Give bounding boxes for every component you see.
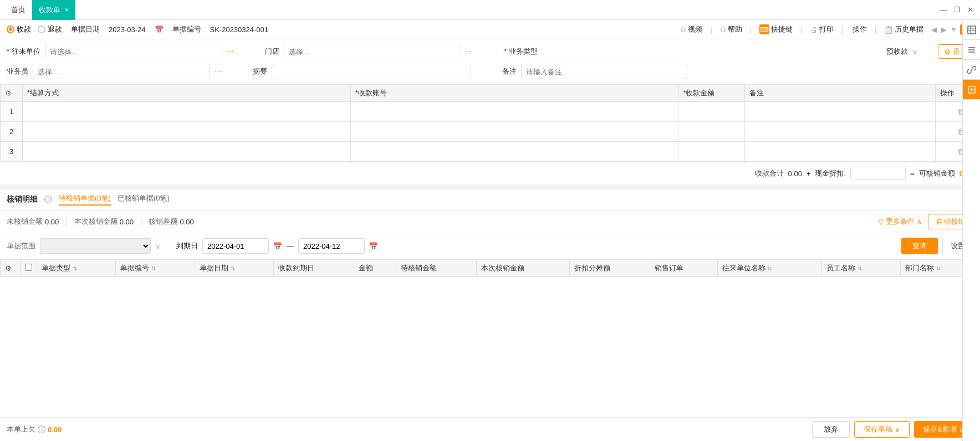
video-icon: ⊙ <box>680 25 686 34</box>
store-more-btn[interactable]: ··· <box>466 47 473 57</box>
window-controls: — ❐ ✕ <box>938 4 976 15</box>
range-label: 单据范围 <box>7 241 35 251</box>
nav-active-tab[interactable]: 收款单 × <box>32 0 75 20</box>
video-btn[interactable]: ⊙ 视频 <box>677 23 706 35</box>
th-settlement: *结算方式 <box>23 85 351 102</box>
date-to-input[interactable] <box>298 238 365 254</box>
amount-cell-1[interactable] <box>678 102 745 122</box>
sidebar-icon-active[interactable] <box>963 80 980 100</box>
prev-bill-label: 本单上欠 <box>7 424 35 434</box>
staff-label: 业务员 <box>7 66 28 76</box>
ops-btn[interactable]: 操作 <box>848 23 870 35</box>
staff-more-btn[interactable]: ··· <box>215 66 222 76</box>
biz-type-value: 预收款 <box>886 47 908 57</box>
save-draft-button[interactable]: 保存草稿 ∨ <box>854 421 910 438</box>
radio-refund-circle <box>38 25 45 33</box>
store-label: 门店 <box>265 47 279 57</box>
done-tab[interactable]: 已核销单据(0笔) <box>118 193 170 206</box>
range-select[interactable] <box>40 238 151 254</box>
main-content: 收款 退款 单据日期 2023-03-24 📅 单据编号 SK-20230324… <box>0 20 980 441</box>
tab-close-icon[interactable]: × <box>65 6 69 14</box>
select-all-checkbox[interactable] <box>25 264 32 271</box>
row-num-2: 2 <box>1 122 23 142</box>
collection-total-value: 0.00 <box>788 170 802 178</box>
abandon-button[interactable]: 放弃 <box>812 421 850 438</box>
th-btm-amount: 金额 <box>354 260 396 277</box>
account-cell-3[interactable] <box>350 142 678 162</box>
account-cell-1[interactable] <box>350 102 678 122</box>
remarks-cell-1[interactable] <box>745 102 936 122</box>
chevron-icon: ∧ <box>917 218 922 226</box>
calendar-to-icon[interactable]: 📅 <box>369 242 378 250</box>
sidebar-icon-list[interactable] <box>963 40 980 60</box>
th-btm-checkbox[interactable] <box>21 260 37 277</box>
more-conditions-btn[interactable]: ▽ 更多条件 ∧ <box>878 217 922 227</box>
nav-right-btn[interactable]: ▶ <box>941 25 947 34</box>
verification-info-icon[interactable]: ⓘ <box>44 196 52 203</box>
sep4: | <box>841 25 843 34</box>
toolbar-row: 收款 退款 单据日期 2023-03-24 📅 单据编号 SK-20230324… <box>0 20 980 39</box>
date-filter-row: 单据范围 ∨ 到期日 📅 — 📅 查询 设置 <box>0 233 980 259</box>
footer-bar: 本单上欠 ⓘ 0.00 放弃 保存草稿 ∨ 保存&新增 ∨ <box>0 417 980 441</box>
shortcut-btn[interactable]: ⌨ 快捷键 <box>756 23 796 35</box>
query-button[interactable]: 查询 <box>901 238 938 254</box>
amount-cell-3[interactable] <box>678 142 745 162</box>
sep2: | <box>750 25 752 34</box>
calendar-icon[interactable]: 📅 <box>155 25 164 34</box>
th-btm-pending: 待核销金额 <box>396 260 477 277</box>
history-btn[interactable]: 📋 历史单据 <box>881 23 927 35</box>
calendar-from-icon[interactable]: 📅 <box>273 242 282 250</box>
print-btn[interactable]: 🖨 打印 <box>807 23 837 35</box>
sidebar-icon-table[interactable] <box>963 20 980 40</box>
radio-refund[interactable]: 退款 <box>38 24 62 34</box>
account-cell-2[interactable] <box>350 122 678 142</box>
sort-type-icon[interactable]: ⇅ <box>73 265 77 271</box>
th-remarks: 备注 <box>745 85 936 102</box>
remarks-cell-2[interactable] <box>745 122 936 142</box>
discount-input[interactable] <box>850 167 906 180</box>
footer-info-icon[interactable]: ⓘ <box>38 425 45 433</box>
range-dropdown-icon[interactable]: ∨ <box>155 242 161 250</box>
sort-cp-icon[interactable]: ⇅ <box>767 265 772 271</box>
summary-row: 收款合计 0.00 + 现金折扣: = 可核销金额 0.00 <box>0 162 980 184</box>
window-restore-btn[interactable]: ❐ <box>952 4 963 15</box>
stat-diff: 核销差额 0.00 <box>149 217 193 227</box>
sep1: | <box>710 25 712 34</box>
radio-collection[interactable]: 收款 <box>7 24 31 34</box>
settlement-cell-3[interactable] <box>23 142 351 162</box>
remarks-input[interactable] <box>521 64 687 79</box>
collection-table-area: ⚙ *结算方式 *收款账号 *收款金额 备注 <box>0 84 980 162</box>
settlement-cell-2[interactable] <box>23 122 351 142</box>
sort-dept-icon[interactable]: ⇅ <box>936 265 941 271</box>
window-minimize-btn[interactable]: — <box>938 4 950 15</box>
help-btn[interactable]: ⊙ 帮助 <box>717 23 746 35</box>
verification-title: 核销明细 <box>7 194 38 204</box>
counterparty-input[interactable] <box>45 44 222 59</box>
stat-unverified: 未核销金额 0.00 <box>7 217 59 227</box>
sort-billnum-icon[interactable]: ⇅ <box>151 265 156 271</box>
summary-label: 摘要 <box>253 66 267 76</box>
date-from-input[interactable] <box>202 238 269 254</box>
table-settings-icon[interactable]: ⚙ <box>5 89 12 98</box>
remarks-cell-3[interactable] <box>745 142 936 162</box>
store-input[interactable] <box>284 44 461 59</box>
settlement-cell-1[interactable] <box>23 102 351 122</box>
staff-input[interactable] <box>33 64 210 79</box>
collection-total-label: 收款合计 <box>755 168 784 178</box>
sort-staff-icon[interactable]: ⇅ <box>858 265 862 271</box>
nav-left-btn[interactable]: ◀ <box>931 25 937 34</box>
right-sidebar <box>962 20 980 441</box>
pending-tab[interactable]: 待核销单据(0笔) <box>59 193 111 206</box>
th-btm-settings[interactable]: ⚙ <box>1 260 21 277</box>
summary-input[interactable] <box>272 64 471 79</box>
amount-cell-2[interactable] <box>678 122 745 142</box>
form-row-1: 往来单位 ··· 门店 ··· 业务类型 预收款 ∨ ⚙ 设置 <box>7 44 973 59</box>
sort-date-icon[interactable]: ⇅ <box>231 265 235 271</box>
nav-home-tab[interactable]: 首页 <box>4 0 32 20</box>
counterparty-more-btn[interactable]: ··· <box>227 47 234 57</box>
window-close-btn[interactable]: ✕ <box>965 4 976 15</box>
list-view-icon[interactable]: ≡ <box>951 25 956 34</box>
biz-type-dropdown-icon[interactable]: ∨ <box>912 48 918 56</box>
sidebar-icon-link[interactable] <box>963 60 980 80</box>
table-row: 3 🗑 ⊕ <box>1 142 980 162</box>
